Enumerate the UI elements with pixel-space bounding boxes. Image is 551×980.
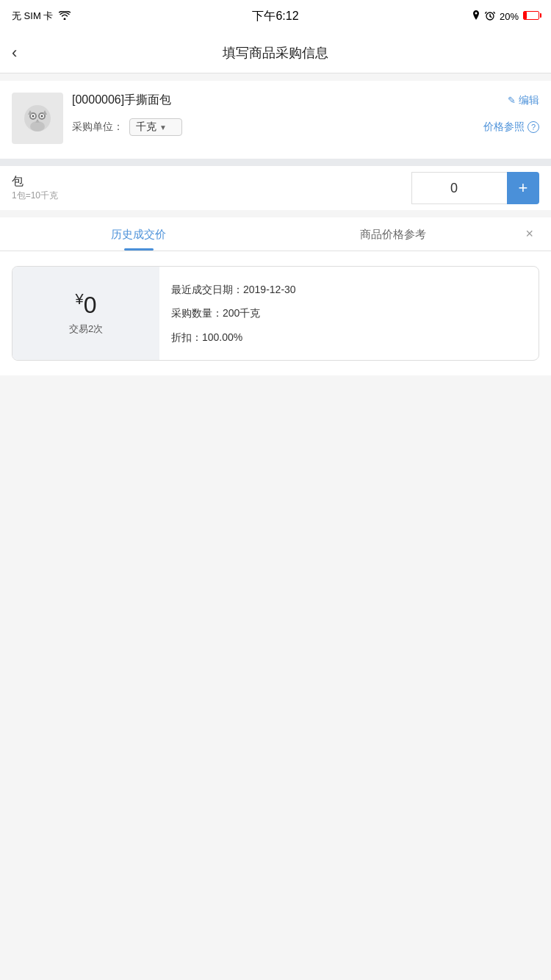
edit-button[interactable]: ✎ 编辑 bbox=[508, 94, 539, 107]
alarm-icon bbox=[485, 10, 495, 23]
back-button[interactable]: ‹ bbox=[6, 37, 23, 68]
close-panel-button[interactable]: × bbox=[520, 220, 540, 248]
quantity-control: + bbox=[411, 172, 539, 204]
nav-bar: ‹ 填写商品采购信息 bbox=[0, 32, 551, 73]
latest-date-row: 最近成交日期：2019-12-30 bbox=[171, 281, 527, 298]
panel-content: ¥0 交易2次 最近成交日期：2019-12-30 采购数量：200千克 折扣：… bbox=[0, 251, 551, 375]
svg-point-11 bbox=[30, 121, 45, 131]
empty-area bbox=[0, 375, 551, 743]
tab-bar: 历史成交价 商品价格参考 × bbox=[0, 217, 551, 251]
page-title: 填写商品采购信息 bbox=[223, 44, 328, 62]
product-section: [0000006]手撕面包 ✎ 编辑 采购单位： 千克 ▼ 价格参照 ? bbox=[0, 81, 551, 159]
trade-count: 交易2次 bbox=[69, 323, 103, 336]
unit-label: 采购单位： 千克 ▼ bbox=[72, 118, 182, 136]
battery-icon bbox=[523, 11, 539, 22]
svg-point-6 bbox=[32, 115, 35, 118]
history-price: ¥0 bbox=[76, 291, 97, 319]
status-time: 下午6:12 bbox=[252, 9, 298, 24]
quantity-plus-button[interactable]: + bbox=[507, 172, 539, 204]
unit-main: 包 bbox=[12, 174, 58, 190]
tab-price-reference[interactable]: 商品价格参考 bbox=[266, 217, 520, 251]
unit-select[interactable]: 千克 ▼ bbox=[129, 118, 182, 136]
location-icon bbox=[472, 10, 480, 23]
history-card: ¥0 交易2次 最近成交日期：2019-12-30 采购数量：200千克 折扣：… bbox=[12, 266, 539, 361]
price-symbol: ¥ bbox=[76, 291, 84, 307]
panel-container: 历史成交价 商品价格参考 × ¥0 交易2次 最近成交日期：2019-12-30… bbox=[0, 217, 551, 375]
carrier-text: 无 SIM 卡 bbox=[12, 10, 53, 23]
dropdown-arrow-icon: ▼ bbox=[159, 123, 167, 131]
product-info: [0000006]手撕面包 ✎ 编辑 采购单位： 千克 ▼ 价格参照 ? bbox=[72, 93, 539, 136]
discount-row: 折扣：100.00% bbox=[171, 329, 527, 345]
section-divider bbox=[0, 159, 551, 166]
history-card-right: 最近成交日期：2019-12-30 采购数量：200千克 折扣：100.00% bbox=[159, 267, 539, 360]
history-card-left: ¥0 交易2次 bbox=[12, 267, 159, 360]
price-reference-button[interactable]: 价格参照 ? bbox=[483, 120, 539, 134]
product-name: [0000006]手撕面包 bbox=[72, 93, 171, 108]
quantity-section: 包 1包=10千克 + bbox=[0, 166, 551, 210]
svg-point-7 bbox=[41, 115, 43, 118]
quantity-input[interactable] bbox=[411, 172, 507, 204]
product-name-row: [0000006]手撕面包 ✎ 编辑 bbox=[72, 93, 539, 108]
unit-sub: 1包=10千克 bbox=[12, 190, 58, 202]
status-right: 20% bbox=[472, 10, 539, 23]
edit-icon: ✎ bbox=[508, 95, 516, 106]
tab-history-price[interactable]: 历史成交价 bbox=[12, 217, 266, 251]
quantity-label-group: 包 1包=10千克 bbox=[12, 174, 58, 202]
status-bar: 无 SIM 卡 下午6:12 20% bbox=[0, 0, 551, 32]
purchase-qty-row: 采购数量：200千克 bbox=[171, 305, 527, 321]
battery-percent: 20% bbox=[500, 11, 519, 22]
wifi-icon bbox=[59, 11, 71, 22]
status-left: 无 SIM 卡 bbox=[12, 10, 71, 23]
help-icon: ? bbox=[527, 121, 539, 133]
product-header: [0000006]手撕面包 ✎ 编辑 采购单位： 千克 ▼ 价格参照 ? bbox=[12, 93, 539, 144]
product-unit-row: 采购单位： 千克 ▼ 价格参照 ? bbox=[72, 118, 539, 136]
product-thumbnail bbox=[12, 93, 63, 144]
